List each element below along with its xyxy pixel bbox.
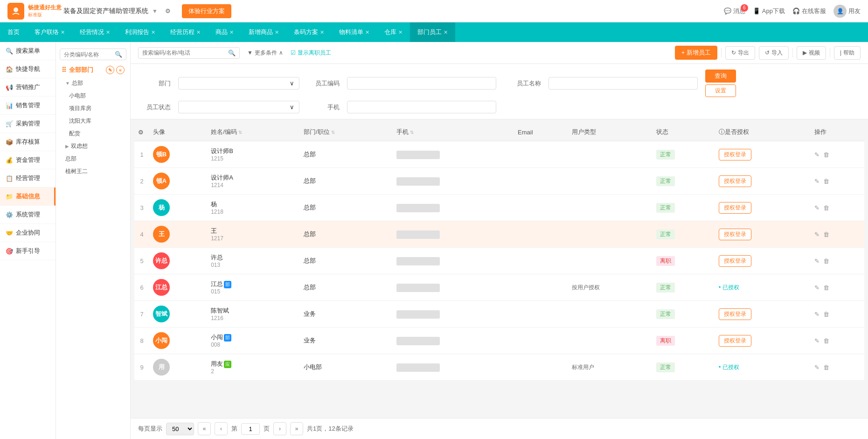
emp-code-input[interactable]	[347, 77, 496, 90]
settings-icon[interactable]: ⚙	[161, 5, 174, 18]
edit-icon[interactable]: ✎	[814, 337, 819, 344]
delete-icon[interactable]: 🗑	[823, 337, 829, 344]
sidebar-item-sales[interactable]: 📊 销售管理	[0, 97, 56, 115]
sidebar-item-search[interactable]: 🔍 搜索菜单	[0, 42, 56, 60]
dept-filter-select[interactable]: ∨	[178, 77, 299, 90]
auth-login-btn[interactable]: 授权登录	[719, 255, 751, 267]
delete-icon[interactable]: 🗑	[823, 231, 829, 238]
edit-icon[interactable]: ✎	[814, 258, 819, 265]
search-btn-icon[interactable]: 🔍	[228, 49, 236, 56]
nav-close-history[interactable]: ✕	[196, 29, 201, 35]
dept-node-shuangluxiang[interactable]: ▶ 双虑想	[56, 140, 130, 153]
sort-dept-icon[interactable]: ⇅	[331, 130, 335, 135]
col-name-code[interactable]: 姓名/编码 ⇅	[207, 123, 300, 141]
message-item[interactable]: 💬 消息 6	[724, 7, 745, 15]
sidebar-item-collab[interactable]: 🤝 企业协同	[0, 224, 56, 242]
nav-item-operations[interactable]: 经营情况✕	[72, 22, 118, 42]
online-service-item[interactable]: 🎧 在线客服	[792, 7, 826, 15]
delete-icon[interactable]: 🗑	[823, 311, 829, 318]
sidebar-item-nav[interactable]: 🏠 快捷导航	[0, 60, 56, 78]
sidebar-item-system[interactable]: ⚙️ 系统管理	[0, 206, 56, 224]
first-page-btn[interactable]: «	[198, 422, 211, 435]
next-page-btn[interactable]: ›	[273, 422, 286, 435]
nav-close-warehouse[interactable]: ✕	[398, 29, 403, 35]
edit-icon[interactable]: ✎	[814, 284, 819, 291]
delete-icon[interactable]: 🗑	[823, 258, 829, 265]
dept-node-peihuo[interactable]: 配货	[56, 127, 130, 140]
sidebar-item-purchase[interactable]: 🛒 采购管理	[0, 115, 56, 133]
sort-name-icon[interactable]: ⇅	[238, 130, 242, 135]
delete-icon[interactable]: 🗑	[823, 364, 829, 371]
auth-login-btn[interactable]: 授权登录	[719, 149, 751, 160]
delete-icon[interactable]: 🗑	[823, 178, 829, 185]
prev-page-btn[interactable]: ‹	[215, 422, 228, 435]
help-btn[interactable]: | 帮助	[834, 46, 861, 60]
nav-item-history[interactable]: 经营历程✕	[163, 22, 208, 42]
sidebar-item-basic[interactable]: 📁 基础信息	[0, 188, 56, 206]
trial-button[interactable]: 体验行业方案	[182, 4, 231, 18]
delete-icon[interactable]: 🗑	[823, 151, 829, 158]
auth-login-btn[interactable]: 授权登录	[719, 229, 751, 240]
emp-name-input[interactable]	[549, 77, 698, 90]
sort-phone-icon[interactable]: ⇅	[410, 130, 414, 135]
auth-login-btn[interactable]: 授权登录	[719, 202, 751, 214]
nav-item-customer[interactable]: 客户联络✕	[27, 22, 72, 42]
nav-close-barcode[interactable]: ✕	[320, 29, 324, 35]
view-btn[interactable]: ▶ 视频	[797, 46, 826, 60]
col-phone[interactable]: 手机 ⇅	[393, 123, 514, 141]
user-item[interactable]: 👤 用友	[833, 5, 861, 18]
last-page-btn[interactable]: »	[290, 422, 303, 435]
export-btn[interactable]: ↻ 导出	[725, 46, 755, 60]
sidebar-item-finance[interactable]: 💰 资金管理	[0, 151, 56, 169]
search-input[interactable]	[142, 49, 226, 56]
dept-edit-btn[interactable]: ✎	[106, 66, 114, 74]
col-settings[interactable]: ⚙	[134, 123, 149, 141]
nav-close-customer[interactable]: ✕	[61, 29, 65, 35]
auth-login-btn[interactable]: 授权登录	[719, 308, 751, 320]
setting-btn[interactable]: 设置	[705, 84, 736, 97]
sidebar-item-guide[interactable]: 🎯 新手引导	[0, 242, 56, 260]
dept-node-zongbu[interactable]: ▼ 总部	[56, 77, 130, 90]
page-size-select[interactable]: 50 100	[166, 423, 194, 435]
edit-icon[interactable]: ✎	[814, 178, 819, 185]
nav-close-profit[interactable]: ✕	[151, 29, 155, 35]
sidebar-item-marketing[interactable]: 📢 营销推广	[0, 78, 56, 97]
auth-login-btn[interactable]: 授权登录	[719, 175, 751, 187]
edit-icon[interactable]: ✎	[814, 204, 819, 211]
nav-item-barcode[interactable]: 条码方案✕	[286, 22, 332, 42]
dept-collapse-btn[interactable]: «	[116, 66, 125, 74]
nav-close-dept[interactable]: ✕	[444, 29, 448, 35]
col-dept[interactable]: 部门/职位 ⇅	[300, 123, 393, 141]
nav-close-bom[interactable]: ✕	[365, 29, 369, 35]
nav-item-warehouse[interactable]: 仓库✕	[377, 22, 410, 42]
edit-icon[interactable]: ✎	[814, 311, 819, 318]
sidebar-item-inventory[interactable]: 📦 库存核算	[0, 133, 56, 151]
delete-icon[interactable]: 🗑	[823, 284, 829, 291]
system-dropdown-arrow[interactable]: ▼	[152, 8, 158, 14]
emp-status-select[interactable]: ∨	[178, 101, 299, 113]
edit-icon[interactable]: ✎	[814, 151, 819, 158]
phone-input[interactable]	[347, 101, 496, 113]
delete-icon[interactable]: 🗑	[823, 204, 829, 211]
dept-node-project[interactable]: 项目库房	[56, 102, 130, 115]
auth-login-btn[interactable]: 授权登录	[719, 335, 751, 347]
nav-item-dept[interactable]: 部门员工✕	[410, 22, 455, 42]
dept-node-shenyang[interactable]: 沈阳大库	[56, 115, 130, 127]
more-filter-btn[interactable]: ▼ 更多条件 ∧	[243, 47, 287, 59]
app-download-item[interactable]: 📱 App下载	[753, 7, 785, 15]
dept-node-zhishu[interactable]: 植树王二	[56, 165, 130, 178]
nav-item-goods[interactable]: 商品✕	[208, 22, 241, 42]
show-resigned-checkbox[interactable]: ☑ 显示离职员工	[291, 49, 331, 57]
dept-node-zongbu2[interactable]: 总部	[56, 153, 130, 165]
nav-item-home[interactable]: 首页	[0, 22, 27, 42]
import-btn[interactable]: ↺ 导入	[759, 46, 789, 60]
nav-close-goods[interactable]: ✕	[229, 29, 234, 35]
sidebar-item-operations[interactable]: 📋 经营管理	[0, 169, 56, 188]
nav-item-add-goods[interactable]: 新增商品✕	[241, 22, 286, 42]
nav-close-addgoods[interactable]: ✕	[275, 29, 279, 35]
dept-search-icon[interactable]: 🔍	[115, 51, 122, 58]
query-btn[interactable]: 查询	[705, 70, 736, 83]
dept-node-xiaodibu[interactable]: 小电部	[56, 90, 130, 102]
dept-search-input[interactable]	[64, 51, 113, 58]
nav-item-bom[interactable]: 物料清单✕	[332, 22, 377, 42]
